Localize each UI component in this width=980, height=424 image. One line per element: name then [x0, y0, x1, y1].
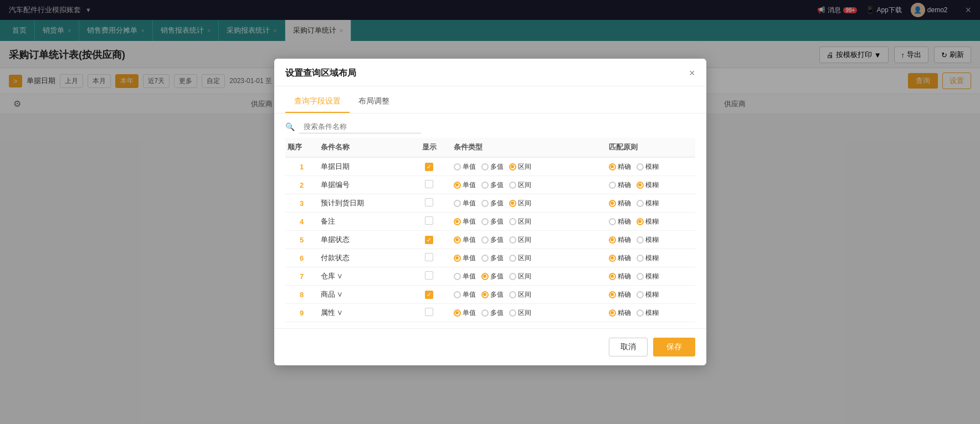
- radio-circle: [637, 218, 644, 225]
- table-row: 10有无商品图片单值多值区间精确模糊: [285, 322, 695, 324]
- radio-circle: [454, 182, 461, 189]
- type-radio-多值[interactable]: 多值: [481, 162, 504, 172]
- display-checkbox[interactable]: ✓: [425, 291, 433, 299]
- match-radio-模糊[interactable]: 模糊: [637, 308, 659, 318]
- match-radio-模糊[interactable]: 模糊: [637, 272, 659, 281]
- type-radio-单值[interactable]: 单值: [454, 290, 476, 299]
- radio-circle: [637, 309, 644, 317]
- type-radio-区间[interactable]: 区间: [509, 254, 531, 263]
- type-radio-多值[interactable]: 多值: [481, 180, 504, 190]
- type-radio-单值[interactable]: 单值: [454, 217, 476, 226]
- table-row: 1单据日期✓单值多值区间精确模糊: [285, 158, 695, 176]
- type-radio-单值[interactable]: 单值: [454, 272, 476, 281]
- row-type-cell: 单值多值区间: [451, 217, 607, 226]
- type-radio-单值[interactable]: 单值: [454, 199, 476, 208]
- radio-circle: [481, 291, 489, 298]
- radio-circle: [609, 291, 616, 298]
- match-radio-精确[interactable]: 精确: [609, 272, 631, 281]
- type-radio-多值[interactable]: 多值: [481, 235, 504, 245]
- display-checkbox[interactable]: [425, 271, 433, 280]
- modal-close-btn[interactable]: ×: [689, 68, 695, 79]
- display-checkbox[interactable]: [425, 308, 433, 316]
- display-checkbox[interactable]: [425, 253, 433, 261]
- match-radio-精确[interactable]: 精确: [609, 199, 631, 208]
- radio-circle: [509, 309, 516, 317]
- table-row: 5单据状态✓单值多值区间精确模糊: [285, 231, 695, 249]
- type-radio-单值[interactable]: 单值: [454, 308, 476, 318]
- row-display-cell[interactable]: [407, 271, 451, 281]
- match-radio-精确[interactable]: 精确: [609, 235, 631, 245]
- type-radio-多值[interactable]: 多值: [481, 217, 504, 226]
- type-radio-单值[interactable]: 单值: [454, 180, 476, 190]
- match-radio-精确[interactable]: 精确: [609, 308, 631, 318]
- radio-circle: [454, 273, 461, 280]
- type-radio-单值[interactable]: 单值: [454, 235, 476, 245]
- match-radio-精确[interactable]: 精确: [609, 290, 631, 299]
- display-checkbox[interactable]: [425, 198, 433, 206]
- type-radio-区间[interactable]: 区间: [509, 180, 531, 190]
- radio-circle: [481, 200, 489, 207]
- display-checkbox[interactable]: [425, 180, 433, 188]
- match-radio-精确[interactable]: 精确: [609, 162, 631, 172]
- modal-tab-query-fields[interactable]: 查询字段设置: [285, 93, 350, 113]
- radio-circle: [637, 182, 644, 189]
- display-checkbox[interactable]: [425, 216, 433, 225]
- match-radio-精确[interactable]: 精确: [609, 180, 631, 190]
- radio-circle: [609, 163, 616, 170]
- type-radio-区间[interactable]: 区间: [509, 290, 531, 299]
- row-name: 商品 ∨: [319, 289, 407, 299]
- radio-circle: [509, 200, 516, 207]
- type-radio-单值[interactable]: 单值: [454, 162, 476, 172]
- type-radio-区间[interactable]: 区间: [509, 162, 531, 172]
- type-radio-区间[interactable]: 区间: [509, 199, 531, 208]
- match-radio-模糊[interactable]: 模糊: [637, 235, 659, 245]
- row-name: 属性 ∨: [319, 308, 407, 318]
- modal-tab-layout[interactable]: 布局调整: [350, 93, 398, 113]
- radio-circle: [481, 163, 489, 170]
- match-radio-模糊[interactable]: 模糊: [637, 254, 659, 263]
- row-display-cell[interactable]: [407, 216, 451, 226]
- row-order: 5: [285, 236, 319, 244]
- display-checkbox[interactable]: ✓: [425, 236, 433, 244]
- type-radio-多值[interactable]: 多值: [481, 199, 504, 208]
- row-display-cell[interactable]: ✓: [407, 162, 451, 171]
- match-radio-模糊[interactable]: 模糊: [637, 162, 659, 172]
- match-radio-模糊[interactable]: 模糊: [637, 290, 659, 299]
- row-display-cell[interactable]: [407, 198, 451, 208]
- table-row: 4备注单值多值区间精确模糊: [285, 213, 695, 231]
- search-input[interactable]: [299, 120, 421, 133]
- match-radio-模糊[interactable]: 模糊: [637, 217, 659, 226]
- row-display-cell[interactable]: ✓: [407, 290, 451, 299]
- row-display-cell[interactable]: [407, 308, 451, 318]
- table-row: 9属性 ∨单值多值区间精确模糊: [285, 304, 695, 322]
- row-display-cell[interactable]: [407, 180, 451, 190]
- match-radio-模糊[interactable]: 模糊: [637, 180, 659, 190]
- type-radio-区间[interactable]: 区间: [509, 217, 531, 226]
- match-radio-模糊[interactable]: 模糊: [637, 199, 659, 208]
- type-radio-区间[interactable]: 区间: [509, 308, 531, 318]
- row-display-cell[interactable]: [407, 253, 451, 263]
- row-type-cell: 单值多值区间: [451, 272, 607, 281]
- radio-circle: [481, 236, 489, 244]
- type-radio-单值[interactable]: 单值: [454, 254, 476, 263]
- row-display-cell[interactable]: ✓: [407, 235, 451, 244]
- save-btn[interactable]: 保存: [653, 338, 695, 356]
- type-radio-区间[interactable]: 区间: [509, 272, 531, 281]
- table-row: 7仓库 ∨单值多值区间精确模糊: [285, 267, 695, 286]
- cancel-btn[interactable]: 取消: [609, 338, 648, 356]
- radio-circle: [637, 291, 644, 298]
- type-radio-多值[interactable]: 多值: [481, 272, 504, 281]
- modal-table-body: 1单据日期✓单值多值区间精确模糊2单据编号单值多值区间精确模糊3预计到货日期单值…: [285, 158, 695, 324]
- radio-circle: [637, 236, 644, 244]
- row-type-cell: 单值多值区间: [451, 235, 607, 245]
- type-radio-区间[interactable]: 区间: [509, 235, 531, 245]
- type-radio-多值[interactable]: 多值: [481, 254, 504, 263]
- col-hdr-display: 显示: [407, 142, 451, 152]
- radio-circle: [637, 273, 644, 280]
- match-radio-精确[interactable]: 精确: [609, 217, 631, 226]
- type-radio-多值[interactable]: 多值: [481, 308, 504, 318]
- display-checkbox[interactable]: ✓: [425, 163, 433, 171]
- col-hdr-match: 匹配原则: [607, 142, 706, 152]
- type-radio-多值[interactable]: 多值: [481, 290, 504, 299]
- match-radio-精确[interactable]: 精确: [609, 254, 631, 263]
